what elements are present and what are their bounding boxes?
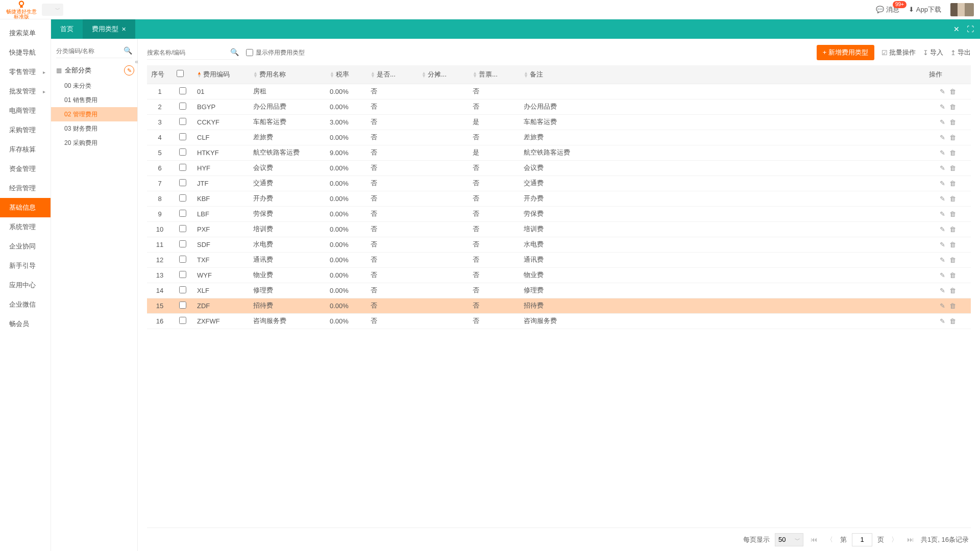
tab-close-all-icon[interactable]: ✕	[953, 25, 960, 33]
row-checkbox[interactable]	[179, 179, 186, 186]
nav-item[interactable]: 搜索菜单	[0, 23, 51, 43]
nav-item[interactable]: 零售管理	[0, 62, 51, 82]
delete-icon[interactable]: 🗑	[949, 180, 956, 187]
tab-expense-type[interactable]: 费用类型 ✕	[83, 19, 135, 39]
row-checkbox[interactable]	[179, 194, 186, 202]
edit-icon[interactable]: ✎	[940, 287, 945, 294]
pager-first[interactable]: ⏮	[808, 536, 819, 543]
delete-icon[interactable]: 🗑	[949, 164, 956, 172]
edit-icon[interactable]: ✎	[940, 88, 945, 95]
col-isx[interactable]: ▲▼是否...	[366, 65, 418, 84]
edit-icon[interactable]: ✎	[940, 164, 945, 172]
nav-item[interactable]: 企业微信	[0, 295, 51, 314]
row-checkbox[interactable]	[179, 302, 186, 309]
row-checkbox[interactable]	[179, 256, 186, 263]
edit-icon[interactable]: ✎	[940, 134, 945, 141]
page-input[interactable]	[852, 533, 872, 546]
edit-icon[interactable]: ✎	[940, 103, 945, 111]
nav-item[interactable]: 资金管理	[0, 159, 51, 179]
col-remark[interactable]: ▲▼备注	[520, 65, 925, 84]
nav-item[interactable]: 快捷导航	[0, 43, 51, 62]
table-search-input[interactable]	[147, 45, 239, 60]
messages-link[interactable]: 💬 消息 99+	[876, 5, 899, 14]
row-checkbox[interactable]	[179, 133, 186, 140]
row-checkbox[interactable]	[179, 87, 186, 94]
fullscreen-icon[interactable]: ⛶	[967, 25, 974, 33]
batch-action-button[interactable]: ☑批量操作	[881, 48, 916, 57]
tab-home[interactable]: 首页	[51, 19, 83, 39]
col-name[interactable]: ▲▼费用名称	[249, 65, 326, 84]
row-checkbox[interactable]	[179, 210, 186, 217]
delete-icon[interactable]: 🗑	[949, 134, 956, 141]
show-disabled-toggle[interactable]: 显示停用费用类型	[246, 48, 305, 57]
row-checkbox[interactable]	[179, 103, 186, 110]
row-checkbox[interactable]	[179, 240, 186, 247]
delete-icon[interactable]: 🗑	[949, 241, 956, 248]
row-checkbox[interactable]	[179, 118, 186, 125]
category-all[interactable]: ▦ 全部分类 ✎	[51, 62, 137, 79]
row-checkbox[interactable]	[179, 317, 186, 324]
import-button[interactable]: ↧导入	[923, 48, 943, 57]
col-rate[interactable]: ▲▼税率	[326, 65, 366, 84]
edit-icon[interactable]: ✎	[940, 118, 945, 126]
nav-item[interactable]: 企业协同	[0, 237, 51, 256]
row-checkbox[interactable]	[179, 148, 186, 156]
category-item[interactable]: 00 未分类	[51, 79, 137, 93]
delete-icon[interactable]: 🗑	[949, 195, 956, 203]
org-selector[interactable]: ﹀	[42, 4, 63, 16]
edit-icon[interactable]: ✎	[940, 317, 945, 325]
col-alloc[interactable]: ▲▼分摊...	[418, 65, 469, 84]
search-icon[interactable]: 🔍	[230, 48, 239, 56]
delete-icon[interactable]: 🗑	[949, 210, 956, 218]
nav-item[interactable]: 系统管理	[0, 217, 51, 237]
edit-icon[interactable]: ✎	[940, 226, 945, 233]
nav-item[interactable]: 应用中心	[0, 276, 51, 295]
per-page-select[interactable]: 50	[775, 533, 803, 546]
pager-next[interactable]: 〉	[889, 535, 900, 544]
delete-icon[interactable]: 🗑	[949, 118, 956, 126]
show-disabled-checkbox[interactable]	[246, 49, 253, 56]
edit-icon[interactable]: ✎	[940, 149, 945, 157]
edit-icon[interactable]: ✎	[940, 241, 945, 248]
user-avatar[interactable]	[950, 3, 974, 16]
category-edit-button[interactable]: ✎	[124, 65, 134, 76]
delete-icon[interactable]: 🗑	[949, 226, 956, 233]
row-checkbox[interactable]	[179, 225, 186, 232]
col-code[interactable]: ▲▼费用编码	[193, 65, 249, 84]
delete-icon[interactable]: 🗑	[949, 271, 956, 279]
edit-icon[interactable]: ✎	[940, 195, 945, 203]
select-all-checkbox[interactable]	[177, 70, 184, 77]
delete-icon[interactable]: 🗑	[949, 317, 956, 325]
nav-item[interactable]: 电商管理	[0, 101, 51, 120]
nav-item[interactable]: 新手引导	[0, 256, 51, 276]
category-item[interactable]: 20 采购费用	[51, 136, 137, 150]
pager-last[interactable]: ⏭	[905, 536, 916, 543]
delete-icon[interactable]: 🗑	[949, 103, 956, 111]
col-seq[interactable]: 序号	[147, 65, 173, 84]
category-item[interactable]: 02 管理费用	[51, 107, 137, 121]
edit-icon[interactable]: ✎	[940, 302, 945, 310]
col-ticket[interactable]: ▲▼普票...	[469, 65, 520, 84]
delete-icon[interactable]: 🗑	[949, 88, 956, 95]
delete-icon[interactable]: 🗑	[949, 149, 956, 157]
row-checkbox[interactable]	[179, 286, 186, 293]
add-expense-type-button[interactable]: + 新增费用类型	[817, 45, 874, 60]
row-checkbox[interactable]	[179, 164, 186, 171]
row-checkbox[interactable]	[179, 271, 186, 278]
nav-item[interactable]: 批发管理	[0, 82, 51, 101]
app-download-link[interactable]: ⬇ App下载	[909, 5, 941, 14]
close-icon[interactable]: ✕	[121, 26, 126, 33]
delete-icon[interactable]: 🗑	[949, 287, 956, 294]
category-item[interactable]: 03 财务费用	[51, 121, 137, 136]
edit-icon[interactable]: ✎	[940, 210, 945, 218]
nav-item[interactable]: 畅会员	[0, 314, 51, 334]
search-icon[interactable]: 🔍	[124, 46, 132, 55]
edit-icon[interactable]: ✎	[940, 271, 945, 279]
nav-item[interactable]: 库存核算	[0, 140, 51, 159]
category-search-input[interactable]	[56, 44, 132, 58]
nav-item[interactable]: 基础信息	[0, 198, 51, 217]
edit-icon[interactable]: ✎	[940, 180, 945, 187]
delete-icon[interactable]: 🗑	[949, 302, 956, 310]
nav-item[interactable]: 采购管理	[0, 120, 51, 140]
export-button[interactable]: ↥导出	[950, 48, 971, 57]
